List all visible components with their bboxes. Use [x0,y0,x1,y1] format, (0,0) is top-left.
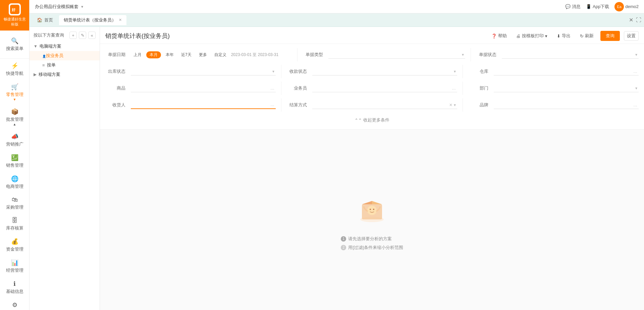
receipt-status-input[interactable]: ▾ [312,68,457,75]
date-btn-this-year[interactable]: 本年 [163,51,176,58]
add-icon: + [72,33,74,38]
print-label: 按模板打印 [522,33,544,39]
warehouse-input[interactable]: … [494,68,639,75]
purchase-icon: 🛍 [12,196,18,203]
svg-point-6 [373,209,374,210]
download-icon: 📱 [586,4,591,9]
sidebar-search-section: 🔍 搜索菜单 [0,31,29,59]
filter-row-4: 收货人 … 结算方式 ✕ ▾ 品牌 [105,98,639,112]
tab-maximize-button[interactable]: ⛶ [636,17,641,23]
tip-1-text: 请先选择要分析的方案 [348,235,392,243]
refresh-button[interactable]: ↻ 刷新 [577,32,596,40]
product-input[interactable]: … [131,85,276,92]
empty-tips: 1 请先选择要分析的方案 2 用[过滤]条件来缩小分析范围 [341,235,403,252]
tab-close-window-button[interactable]: ✕ [629,17,633,23]
right-panel: 销货单统计表(按业务员) ❓ 帮助 🖨 按模板打印 ▾ ⬇ 导出 [100,27,644,310]
tip-1: 1 请先选择要分析的方案 [341,235,403,243]
payment-clear-icon[interactable]: ✕ [449,103,452,107]
date-btn-more[interactable]: 更多 [196,51,210,58]
svg-point-5 [370,209,371,210]
recipient-input[interactable]: … [131,101,276,109]
operation-icon: 📊 [11,259,18,266]
print-button[interactable]: 🖨 按模板打印 ▾ [514,32,550,40]
out-status-input[interactable]: ▾ [131,68,276,75]
retail-expand-icon: ▼ [13,98,16,101]
tab-close-icon[interactable]: ✕ [119,18,122,22]
export-icon: ⬇ [557,34,560,39]
add-scheme-button[interactable]: + [69,32,77,39]
export-button[interactable]: ⬇ 导出 [554,32,573,40]
tab-home[interactable]: 🏠 首页 [32,15,58,25]
empty-illustration [352,188,392,228]
sidebar-item-purchase[interactable]: 🛍 采购管理 [0,193,29,214]
query-button[interactable]: 查询 [600,31,620,41]
sidebar-item-wholesale[interactable]: 📦 批发管理 ▲ [0,105,29,130]
date-range-display: 2023-03-01 至 2023-03-31 [231,52,278,58]
date-btn-7days[interactable]: 近7天 [178,51,194,58]
main-area: 办公用品行业模拟账套 ▾ 💬 消息 📱 App下载 Ea demo2 🏠 首页 [30,0,644,310]
settings-button[interactable]: 设置 [624,31,639,41]
sidebar-item-basic[interactable]: ℹ 基础信息 [0,277,29,298]
receipt-status-dropdown-icon: ▾ [454,69,456,74]
sidebar-item-ecommerce[interactable]: 🌐 电商管理 [0,172,29,193]
user-name: demo2 [625,4,639,9]
message-button[interactable]: 💬 消息 [565,4,581,10]
payment-input[interactable]: ✕ ▾ [312,101,457,109]
sidebar-item-sales[interactable]: 💹 销售管理 [0,151,29,172]
brand-input[interactable]: … [494,101,639,109]
sidebar-item-operation[interactable]: 📊 经营管理 [0,256,29,277]
tree-item-by-salesperson[interactable]: 👤 按业务员 [30,51,100,60]
collapse-bar[interactable]: ⌃⌃ 收起更多条件 [105,115,639,125]
edit-icon: ✎ [81,33,85,38]
divider-4 [463,65,463,78]
edit-scheme-button[interactable]: ✎ [79,32,86,39]
tree-mobile-expand-icon: ▶ [34,72,37,77]
department-label: 部门 [468,85,488,91]
tree-desktop-label: 电脑端方案 [40,43,61,49]
doc-status-input[interactable]: ▾ [502,51,639,59]
divider-1 [297,48,298,61]
doc-type-input[interactable]: ▾ [328,51,465,59]
sidebar-item-search[interactable]: 🔍 搜索菜单 [0,34,29,55]
salesperson-input[interactable]: … [312,85,457,92]
system-icon: ⚙ [12,301,17,309]
print-dropdown-icon: ▾ [545,34,547,39]
date-btn-this-month[interactable]: 本月 [146,51,161,58]
logo-text: 畅捷通好生意 标版 [4,17,26,27]
department-input[interactable]: ▾ [494,85,639,92]
export-label: 导出 [562,33,571,39]
tip-dot-2: 2 [341,245,346,250]
tree-mobile-section[interactable]: ▶ 移动端方案 [30,70,100,79]
tree-desktop-section[interactable]: ▼ 电脑端方案 [30,42,100,51]
salesperson-circle-icon: 👤 [42,53,46,58]
tree-item-by-order[interactable]: ≡ 按单 [30,60,100,70]
date-btn-custom[interactable]: 自定义 [212,51,229,58]
salesperson-more-icon: … [452,86,456,91]
sidebar-item-marketing[interactable]: 📣 营销推广 [0,130,29,151]
title-dropdown-icon[interactable]: ▾ [81,4,83,9]
sidebar-item-quicknav[interactable]: ⚡ 快捷导航 [0,59,29,80]
tab-sales-stats[interactable]: 销货单统计表（按业务员） ✕ [59,15,126,25]
help-icon: ❓ [491,34,497,39]
basic-icon: ℹ [13,280,16,288]
doc-type-dropdown-icon: ▾ [462,52,464,57]
content-area: 按以下方案查询 + ✎ « ▼ 电脑端方案 [30,27,644,310]
sidebar-item-sales-label: 销售管理 [6,162,23,168]
sidebar-item-retail-label: 零售管理 [6,92,23,98]
empty-state: 1 请先选择要分析的方案 2 用[过滤]条件来缩小分析范围 [100,130,644,310]
refresh-label: 刷新 [585,33,594,39]
left-panel-icons: + ✎ « [69,32,96,39]
sidebar-item-inventory[interactable]: 🗄 库存核算 [0,214,29,235]
help-button[interactable]: ❓ 帮助 [489,32,509,40]
collapse-panel-button[interactable]: « [88,32,96,39]
date-btn-last-month[interactable]: 上月 [131,51,144,58]
sidebar-item-finance[interactable]: 💰 资金管理 [0,235,29,256]
user-menu[interactable]: Ea demo2 [614,2,639,11]
divider-5 [281,82,281,95]
sidebar-item-retail[interactable]: 🛒 零售管理 ▼ [0,80,29,105]
wholesale-expand-icon: ▲ [13,122,16,126]
ecommerce-icon: 🌐 [11,175,18,183]
sidebar-item-system[interactable]: ⚙ 系统管理 [0,298,29,310]
app-download-button[interactable]: 📱 App下载 [586,4,609,10]
divider-6 [463,82,463,95]
